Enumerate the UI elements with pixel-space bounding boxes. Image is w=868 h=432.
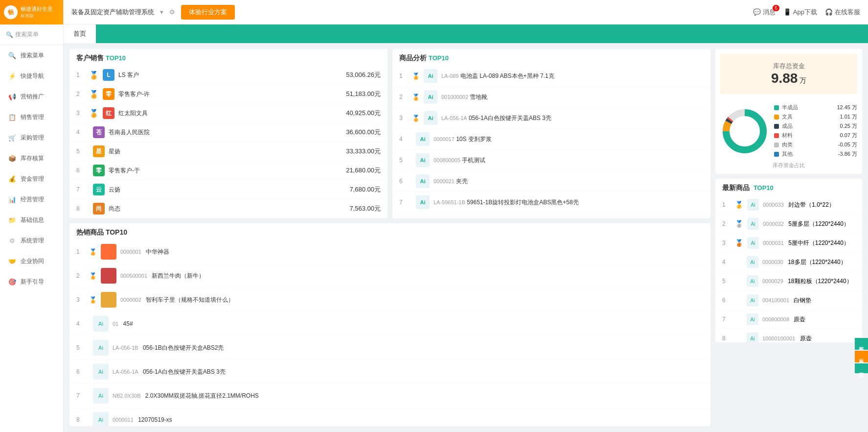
dropdown-arrow-icon[interactable]: ▾ <box>160 8 163 16</box>
float-btn-0[interactable]: 客服热线 <box>855 338 868 350</box>
sidebar-item-guide[interactable]: 🎯新手引导 <box>0 271 63 292</box>
rank-medal-icon: 🏅 <box>89 90 99 99</box>
list-item: 6 Ai 004100001 白钢垫 <box>715 291 862 310</box>
silver-medal-icon: 🥈 <box>735 220 743 228</box>
latest-product-info: 0000033 封边带（1.0*22） <box>763 201 855 209</box>
table-row: 6 零 零售客户-于 21,680.00元 <box>69 161 388 180</box>
customer-amount: 36,600.00元 <box>346 128 381 137</box>
table-row: 4 苍 苍南县人民医院 36,600.00元 <box>69 123 388 142</box>
bronze-medal-icon: 🏅 <box>89 109 99 118</box>
list-item: 5 Ai 0000029 18颗粒板（1220*2440） <box>715 272 862 291</box>
latest-medal: 🥈 <box>735 220 743 228</box>
trial-button[interactable]: 体验行业方案 <box>181 5 235 20</box>
rank-number: 6 <box>76 368 85 375</box>
legend-color-dot <box>774 124 779 129</box>
bronze-medal-icon: 🏅 <box>412 115 420 122</box>
float-btn-2[interactable]: 直播 <box>855 363 868 373</box>
sidebar-item-system[interactable]: ⚙系统管理 <box>0 230 63 251</box>
rank-number: 1 <box>722 201 731 208</box>
latest-product-code: 000800008 <box>762 316 789 322</box>
sidebar-search-area[interactable]: 🔍 搜索菜单 <box>0 24 63 45</box>
latest-product-name: 白钢垫 <box>794 297 811 304</box>
sidebar-item-sales[interactable]: 📋销售管理 <box>0 107 63 127</box>
quick-icon: ⚡ <box>8 72 17 80</box>
legend-value: -0.05 万 <box>838 141 857 148</box>
hot-product-name: 新西兰牛肉（新牛） <box>152 272 205 279</box>
latest-product-name: 5厘多层（1220*2440） <box>788 220 849 227</box>
latest-product-icon: Ai <box>751 260 755 265</box>
product-code: 0000021 <box>434 178 455 184</box>
inventory-unit: 万 <box>799 76 806 84</box>
online-service-btn[interactable]: 🎧 在线客服 <box>825 8 860 17</box>
sidebar-item-finance[interactable]: 💰资金管理 <box>0 168 63 189</box>
hot-product-name: 056-1A白色按键开关盖ABS 3壳 <box>143 368 226 375</box>
table-row: 7 Ai LA-59651-1B 59651-1B旋转投影灯电池盒ABS黑色+5… <box>392 192 710 213</box>
marketing-icon: 📢 <box>8 92 17 101</box>
latest-product-icon: Ai <box>751 336 755 341</box>
product-rank-list: 1 🏅 Ai LA-089 电池盖 LA-089 ABS本色+黑种 7.1克 2… <box>392 66 710 213</box>
logo-icon: 畅 <box>4 5 18 19</box>
app-download-btn[interactable]: 📱 App下载 <box>783 8 817 17</box>
sales-icon: 📋 <box>8 113 17 121</box>
silver-medal-icon: 🏅 <box>89 272 97 280</box>
latest-product-name: 原壶 <box>800 335 812 342</box>
customer-amount: 7,563.00元 <box>349 204 381 213</box>
content-area: 客户销售TOP10 1 🏅 L LS 客户 53,006.26元 2 🏅 零 零… <box>64 43 868 432</box>
hot-product-code: 0000001 <box>120 249 141 255</box>
sidebar-label-guide: 新手引导 <box>21 278 44 286</box>
legend-name: 其他 <box>782 150 835 158</box>
notifications-btn[interactable]: 💬 消息 6 <box>753 8 776 17</box>
rank-number: 5 <box>399 157 408 164</box>
sidebar-label-marketing: 营销推广 <box>21 93 44 101</box>
latest-icon-box: Ai <box>747 275 758 287</box>
list-item: 5 Ai LA-056-1B 056-1B白色按键开关盒ABS2壳 <box>69 336 710 360</box>
latest-product-code: 0000033 <box>763 202 784 208</box>
hot-product-code: 0000002 <box>120 297 141 303</box>
tab-home[interactable]: 首页 <box>64 24 96 43</box>
inventory-panel: 库存总资金 9.88 万 <box>715 49 862 174</box>
product-name: 056-1A白色按键开关盖ABS 3壳 <box>469 115 551 121</box>
customer-name: LS 客户 <box>118 71 342 79</box>
table-row: 2 🏅 零 零售客户-许 51,183.00元 <box>69 85 388 104</box>
product-rank-medal: 🏅 <box>412 72 420 80</box>
gear-icon[interactable]: ⚙ <box>169 8 175 16</box>
product-icon-box: Ai <box>416 153 430 167</box>
sidebar-item-quick[interactable]: ⚡快捷导航 <box>0 66 63 86</box>
table-row: 8 尚 尚态 7,563.00元 <box>69 199 388 218</box>
gold-medal-icon: 🏅 <box>412 72 420 80</box>
hot-product-info: 0000002 智利车子里（规格不知道填什么） <box>120 296 704 304</box>
sidebar-item-search[interactable]: 🔍搜索菜单 <box>0 45 63 66</box>
sidebar-item-purchase[interactable]: 🛒采购管理 <box>0 127 63 148</box>
inventory-sublabel: 库存资金占比 <box>720 162 857 169</box>
sidebar-label-operations: 经营管理 <box>21 195 44 204</box>
float-btn-1[interactable]: 服务社区 <box>855 351 868 362</box>
customer-amount: 21,680.00元 <box>346 166 381 175</box>
sidebar-item-enterprise[interactable]: 🤝企业协同 <box>0 251 63 271</box>
product-info: 0000021 夹壳 <box>434 177 704 186</box>
product-name: 夹壳 <box>456 178 468 185</box>
sidebar-item-inventory[interactable]: 📦库存核算 <box>0 148 63 168</box>
latest-icon-box: Ai <box>747 218 759 230</box>
hot-product-info: 0000011 12070519-xs <box>113 416 704 423</box>
latest-product-code: 0000031 <box>763 240 784 246</box>
legend-name: 材料 <box>782 132 837 139</box>
product-icon-box: Ai <box>416 195 430 209</box>
product-code: LA-089 <box>441 73 458 79</box>
search-icon: 🔍 <box>8 51 17 60</box>
customer-amount: 33,333.00元 <box>346 147 381 156</box>
product-thumbnail-placeholder: Ai <box>93 388 109 404</box>
online-service-label: 在线客服 <box>835 8 860 17</box>
legend-item: 其他 -3.86 万 <box>774 150 857 158</box>
sidebar-item-marketing[interactable]: 📢营销推广 <box>0 86 63 107</box>
hot-medal: 🏅 <box>89 296 97 304</box>
product-icon-letter: Ai <box>420 178 426 184</box>
legend-name: 成品 <box>782 122 837 130</box>
sidebar-item-basics[interactable]: 📁基础信息 <box>0 210 63 230</box>
latest-product-name: 原壶 <box>794 316 805 323</box>
product-thumbnail <box>101 268 116 284</box>
legend-value: 0.25 万 <box>840 122 857 130</box>
sidebar-label-quick: 快捷导航 <box>21 72 44 80</box>
table-row: 1 🏅 Ai LA-089 电池盖 LA-089 ABS本色+黑种 7.1克 <box>392 66 710 87</box>
sidebar-item-operations[interactable]: 📊经营管理 <box>0 189 63 210</box>
product-icon-box: Ai <box>416 174 430 188</box>
